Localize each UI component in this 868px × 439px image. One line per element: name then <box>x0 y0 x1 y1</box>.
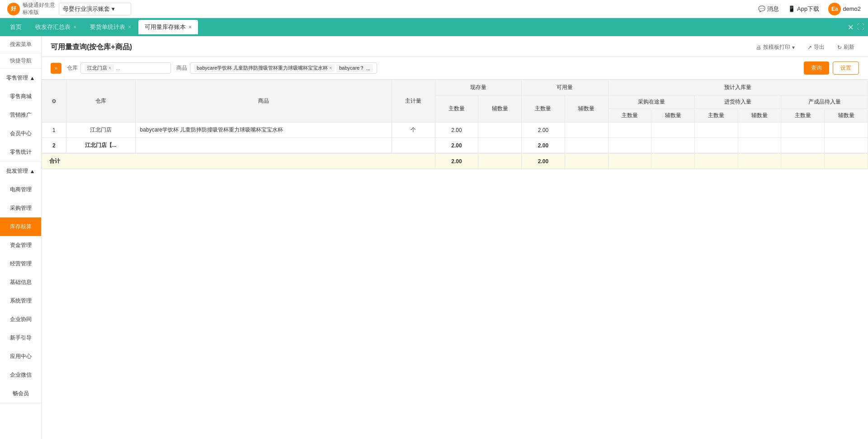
sidebar-item-inventory[interactable]: 库存核算 <box>0 217 41 236</box>
table-header-row-1: ⚙ 仓库 商品 主计量 现存量 可用量 预计入库量 <box>42 80 868 95</box>
sidebar-item-wholesale-mgmt[interactable]: 批发管理 ▲ <box>0 162 41 180</box>
sidebar-item-ecommerce[interactable]: 电商管理 <box>0 180 41 199</box>
filter-bar: » 仓库 江北门店 × ... 商品 babycare学饮杯 儿童防摔防撞吸管杯… <box>42 57 868 80</box>
export-button[interactable]: ↗ 导出 <box>803 42 829 53</box>
col-prod-main-header: 主数量 <box>781 109 825 123</box>
col-avail-aux-header: 辅数量 <box>565 95 608 123</box>
sidebar-item-purchase[interactable]: 采购管理 <box>0 199 41 217</box>
sidebar-item-app-center[interactable]: 应用中心 <box>0 347 41 366</box>
sidebar-item-basic-info[interactable]: 基础信息 <box>0 273 41 292</box>
table-row: 2 江北门店【... 2.00 2.00 <box>42 138 868 154</box>
row2-pur-main <box>608 138 651 154</box>
tab-close-icon[interactable]: × <box>128 24 131 30</box>
col-product-header: 商品 <box>135 80 392 123</box>
row2-product <box>135 138 392 154</box>
product-filter-field: 商品 babycare学饮杯 儿童防摔防撞吸管杯重力球吸嘴杯宝宝水杯 × bab… <box>176 62 377 74</box>
sidebar-item-enterprise[interactable]: 企业协同 <box>0 310 41 329</box>
table-body: 1 江北门店 babycare学饮杯 儿童防摔防撞吸管杯重力球吸嘴杯宝宝水杯 个… <box>42 123 868 154</box>
product-input[interactable]: babycare学饮杯 儿童防摔防撞吸管杯重力球吸嘴杯宝宝水杯 × babyca… <box>190 62 377 74</box>
print-button[interactable]: 🖨 按模板打印 ▾ <box>751 42 799 53</box>
col-settings-header[interactable]: ⚙ <box>42 80 66 123</box>
chevron-icon: ▲ <box>30 168 35 175</box>
query-button[interactable]: 查询 <box>804 61 829 75</box>
sidebar-item-system[interactable]: 系统管理 <box>0 292 41 310</box>
row2-prod-aux <box>825 138 868 154</box>
sidebar-item-retail-stat[interactable]: 零售统计 <box>0 143 41 161</box>
tab-close-icon[interactable]: × <box>73 24 76 30</box>
chevron-icon: ▲ <box>30 75 35 81</box>
warehouse-label: 仓库 <box>67 64 78 72</box>
col-unit-header: 主计量 <box>392 80 435 123</box>
col-current-main-header: 主数量 <box>435 95 478 123</box>
tab-available-inventory[interactable]: 可用量库存账本 × <box>138 20 198 34</box>
total-row: 合计 2.00 2.00 <box>42 153 868 169</box>
export-icon: ↗ <box>807 44 812 51</box>
row2-unit <box>392 138 435 154</box>
logo-icon: 好 <box>7 3 20 15</box>
main-layout: 搜索菜单 快捷导航 零售管理 ▲ 零售商城 营销推广 会员中心 零售统计 <box>0 36 868 439</box>
col-current-header: 现存量 <box>435 80 521 95</box>
warehouse-tag: 江北门店 × <box>85 64 114 72</box>
row2-arr-aux <box>738 138 781 154</box>
sidebar: 搜索菜单 快捷导航 零售管理 ▲ 零售商城 营销推广 会员中心 零售统计 <box>0 36 42 439</box>
data-table: ⚙ 仓库 商品 主计量 现存量 可用量 预计入库量 主数量 辅数量 <box>42 80 868 169</box>
tab-home[interactable]: 首页 <box>4 20 28 34</box>
total-current-main: 2.00 <box>435 153 478 169</box>
sidebar-quick-nav[interactable]: 快捷导航 <box>0 53 41 69</box>
row2-current-aux <box>478 138 522 154</box>
sidebar-item-retail-mgmt[interactable]: 零售管理 ▲ <box>0 69 41 87</box>
col-current-aux-header: 辅数量 <box>478 95 522 123</box>
sidebar-item-retail-mall[interactable]: 零售商城 <box>0 87 41 106</box>
sidebar-item-finance[interactable]: 资金管理 <box>0 236 41 255</box>
page-header: 可用量查询(按仓库+商品) 🖨 按模板打印 ▾ ↗ 导出 ↻ 刷新 <box>42 36 868 57</box>
app-download-button[interactable]: 📱 App下载 <box>788 5 819 13</box>
total-arr-aux <box>738 153 781 169</box>
user-menu[interactable]: Ea demo2 <box>828 3 861 15</box>
product-label: 商品 <box>176 64 187 72</box>
top-bar-left: 好 畅捷通好生意 标准版 母婴行业演示账套 ▾ <box>7 2 131 16</box>
warehouse-tag-close[interactable]: × <box>108 66 111 71</box>
message-icon: 💬 <box>758 5 765 12</box>
sidebar-search[interactable]: 搜索菜单 <box>0 36 41 53</box>
refresh-icon: ↻ <box>837 44 842 51</box>
col-arrival-header: 进货待入量 <box>694 95 781 109</box>
warehouse-filter-field: 仓库 江北门店 × ... <box>67 62 171 74</box>
total-prod-main <box>781 153 825 169</box>
row1-unit: 个 <box>392 123 435 138</box>
row2-warehouse: 江北门店【... <box>66 138 135 154</box>
fullscreen-button[interactable]: ⛶ <box>857 23 864 32</box>
tab-receive-summary[interactable]: 收发存汇总表 × <box>29 20 83 34</box>
row1-product: babycare学饮杯 儿童防摔防撞吸管杯重力球吸嘴杯宝宝水杯 <box>135 123 392 138</box>
account-dropdown[interactable]: 母婴行业演示账套 ▾ <box>59 3 131 15</box>
filter-expand-button[interactable]: » <box>51 63 61 74</box>
filter-right-buttons: 查询 设置 <box>804 61 859 75</box>
row2-pur-aux <box>651 138 695 154</box>
sidebar-item-wechat-work[interactable]: 企业微信 <box>0 366 41 384</box>
tab-purchase-stat[interactable]: 要货单统计表 × <box>84 20 137 34</box>
warehouse-input[interactable]: 江北门店 × ... <box>80 62 171 74</box>
sidebar-item-operations[interactable]: 经营管理 <box>0 255 41 273</box>
chevron-down-icon: ▾ <box>112 5 115 12</box>
tab-close-icon[interactable]: × <box>189 24 192 30</box>
sidebar-section-retail: 零售管理 ▲ 零售商城 营销推广 会员中心 零售统计 <box>0 69 41 162</box>
row1-current-main: 2.00 <box>435 123 478 138</box>
settings-button[interactable]: 设置 <box>833 61 859 75</box>
row2-no: 2 <box>42 138 66 154</box>
total-avail-main: 2.00 <box>522 153 565 169</box>
message-button[interactable]: 💬 消息 <box>758 5 779 13</box>
sidebar-item-member-app[interactable]: 畅会员 <box>0 384 41 403</box>
sidebar-item-marketing[interactable]: 营销推广 <box>0 106 41 124</box>
sidebar-section-wholesale: 批发管理 ▲ 电商管理 采购管理 库存核算 资金管理 经营管理 基础信息 系 <box>0 162 41 403</box>
row1-arr-main <box>694 123 738 138</box>
row2-current-main: 2.00 <box>435 138 478 154</box>
close-tab-button[interactable]: ✕ <box>848 23 854 32</box>
sidebar-item-new-guide[interactable]: 新手引导 <box>0 329 41 347</box>
total-arr-main <box>694 153 738 169</box>
print-icon: 🖨 <box>756 44 761 51</box>
refresh-button[interactable]: ↻ 刷新 <box>833 42 859 53</box>
row2-arr-main <box>694 138 738 154</box>
warehouse-more-icon[interactable]: ... <box>116 65 120 71</box>
product-tag1-close[interactable]: × <box>329 66 332 71</box>
row1-prod-aux <box>825 123 868 138</box>
sidebar-item-member[interactable]: 会员中心 <box>0 124 41 143</box>
